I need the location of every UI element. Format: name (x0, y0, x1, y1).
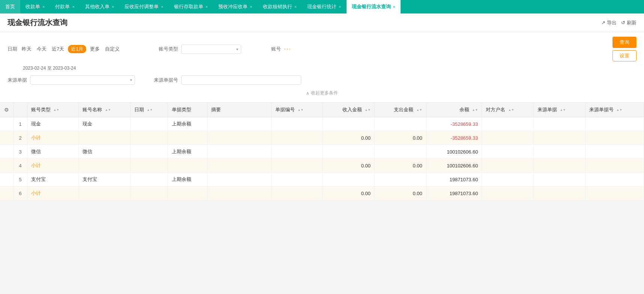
account-type-label: 账号类型 (159, 46, 178, 52)
export-button[interactable]: ↗ 导出 (601, 19, 617, 26)
refresh-icon: ↺ (621, 20, 625, 25)
nav-ar-ap-adjust[interactable]: 应收应付调整单 × (119, 0, 168, 13)
nav-cash-bank-stats[interactable]: 现金银行统计 × (302, 0, 346, 13)
account-label: 账号 (271, 46, 281, 52)
source-doc-num-label: 来源单据号 (154, 77, 178, 84)
page-title: 现金银行流水查询 (8, 18, 68, 28)
account-filter-group: 账号 ··· (271, 46, 291, 52)
account-type-select-wrapper: ▾ (181, 45, 241, 54)
sort-date-icon: ▲▼ (147, 109, 153, 112)
sort-account-type-icon: ▲▼ (53, 109, 59, 112)
table-header-row: ⚙ 账号类型 ▲▼ 账号名称 ▲▼ 日期 ▲▼ 单据类型 (0, 103, 644, 117)
th-num (14, 103, 27, 117)
shortcut-yesterday[interactable]: 昨天 (20, 45, 33, 53)
shortcut-more[interactable]: 更多 (89, 45, 101, 53)
page-header: 现金银行流水查询 ↗ 导出 ↺ 刷新 (0, 13, 644, 32)
close-receipts-icon[interactable]: × (42, 0, 45, 13)
sort-balance-icon: ▲▼ (472, 109, 478, 112)
close-other-income-icon[interactable]: × (112, 0, 114, 13)
table-container: ⚙ 账号类型 ▲▼ 账号名称 ▲▼ 日期 ▲▼ 单据类型 (0, 103, 644, 200)
table-body: 1现金现金上期余额-3528659.332小计0.000.00-3528659.… (0, 117, 644, 200)
th-date[interactable]: 日期 ▲▼ (130, 103, 168, 117)
refresh-button[interactable]: ↺ 刷新 (621, 19, 636, 26)
filter-area: 日期 昨天 今天 近7天 近1月 更多 自定义 账号类型 ▾ 账号 ··· (0, 32, 644, 103)
th-expense[interactable]: 支出金额 ▲▼ (375, 103, 426, 117)
nav-other-income[interactable]: 其他收入单 × (80, 0, 119, 13)
data-table: ⚙ 账号类型 ▲▼ 账号名称 ▲▼ 日期 ▲▼ 单据类型 (0, 103, 644, 200)
shortcut-1month[interactable]: 近1月 (68, 45, 86, 53)
nav-prepay-offset[interactable]: 预收冲应收单 × (213, 0, 257, 13)
nav-collection-exec[interactable]: 收款核销执行 × (258, 0, 302, 13)
th-settings[interactable]: ⚙ (0, 103, 14, 117)
sort-expense-icon: ▲▼ (416, 109, 422, 112)
nav-home[interactable]: 首页 (0, 0, 20, 13)
shortcut-today[interactable]: 今天 (35, 45, 48, 53)
th-source-doc-num[interactable]: 来源单据号 ▲▼ (585, 103, 644, 117)
source-doc-filter-group: 来源单据 ▾ (8, 75, 135, 85)
close-prepay-offset-icon[interactable]: × (250, 0, 252, 13)
date-label: 日期 (8, 46, 17, 52)
table-row[interactable]: 4小计0.000.00100102606.60 (0, 159, 644, 173)
action-buttons: 查询 设置 (612, 37, 636, 61)
close-cash-bank-stats-icon[interactable]: × (339, 0, 341, 13)
nav-receipts[interactable]: 收款单 × (20, 0, 50, 13)
sort-source-doc-icon: ▲▼ (560, 109, 566, 112)
th-account-name[interactable]: 账号名称 ▲▼ (79, 103, 131, 117)
th-doc-type: 单据类型 (168, 103, 207, 117)
source-doc-select-wrapper: ▾ (30, 75, 135, 85)
export-icon: ↗ (601, 20, 605, 25)
account-type-filter-group: 账号类型 ▾ (159, 45, 241, 54)
th-income[interactable]: 收入金额 ▲▼ (323, 103, 375, 117)
nav-bank-deposit[interactable]: 银行存取款单 × (169, 0, 213, 13)
settings-button[interactable]: 设置 (612, 50, 636, 61)
query-button[interactable]: 查询 (612, 37, 636, 48)
close-bank-deposit-icon[interactable]: × (206, 0, 208, 13)
date-range-display: 2023-02-24 至 2023-03-24 (21, 65, 636, 72)
filter-row-1: 日期 昨天 今天 近7天 近1月 更多 自定义 账号类型 ▾ 账号 ··· (8, 37, 636, 61)
date-filter-group: 日期 昨天 今天 近7天 近1月 更多 自定义 (8, 45, 121, 53)
table-row[interactable]: 2小计0.000.00-3528659.33 (0, 131, 644, 145)
table-row[interactable]: 3微信微信上期余额100102606.60 (0, 145, 644, 159)
sort-counterpart-icon: ▲▼ (508, 109, 514, 112)
nav-cash-bank-flow[interactable]: 现金银行流水查询 × (347, 0, 401, 13)
source-doc-label: 来源单据 (8, 77, 27, 84)
source-doc-num-filter-group: 来源单据号 (154, 75, 301, 85)
sort-income-icon: ▲▼ (365, 109, 371, 112)
source-doc-num-input[interactable] (181, 75, 301, 85)
nav-payments[interactable]: 付款单 × (50, 0, 80, 13)
sort-source-doc-num-icon: ▲▼ (616, 109, 622, 112)
th-counterpart[interactable]: 对方户名 ▲▼ (482, 103, 534, 117)
date-range-text: 2023-02-24 至 2023-03-24 (23, 66, 76, 71)
date-shortcuts: 昨天 今天 近7天 近1月 更多 自定义 (20, 45, 121, 53)
sort-account-name-icon: ▲▼ (105, 109, 111, 112)
shortcut-custom[interactable]: 自定义 (104, 45, 121, 53)
th-summary: 摘要 (207, 103, 271, 117)
th-source-doc[interactable]: 来源单据 ▲▼ (534, 103, 585, 117)
sort-doc-number-icon: ▲▼ (297, 109, 303, 112)
collapse-bar[interactable]: ∧ 收起更多条件 (8, 88, 636, 98)
th-account-type[interactable]: 账号类型 ▲▼ (27, 103, 79, 117)
close-payments-icon[interactable]: × (72, 0, 74, 13)
table-row[interactable]: 6小计0.000.0019871073.60 (0, 187, 644, 200)
close-cash-bank-flow-icon[interactable]: × (393, 0, 395, 13)
close-ar-ap-icon[interactable]: × (161, 0, 163, 13)
header-actions: ↗ 导出 ↺ 刷新 (601, 19, 636, 26)
collapse-up-icon: ∧ (306, 91, 309, 96)
table-row[interactable]: 1现金现金上期余额-3528659.33 (0, 117, 644, 131)
shortcut-7days[interactable]: 近7天 (50, 45, 66, 53)
source-doc-select[interactable] (30, 75, 135, 85)
table-row[interactable]: 5支付宝支付宝上期余额19871073.60 (0, 173, 644, 187)
account-more-button[interactable]: ··· (284, 46, 291, 52)
column-settings-icon[interactable]: ⚙ (4, 107, 9, 113)
th-doc-number[interactable]: 单据编号 ▲▼ (271, 103, 323, 117)
th-balance[interactable]: 余额 ▲▼ (426, 103, 482, 117)
account-type-select[interactable] (181, 45, 241, 54)
top-navigation: 首页 收款单 × 付款单 × 其他收入单 × 应收应付调整单 × 银行存取款单 … (0, 0, 644, 13)
filter-row-2: 来源单据 ▾ 来源单据号 (8, 75, 636, 85)
close-collection-exec-icon[interactable]: × (294, 0, 297, 13)
